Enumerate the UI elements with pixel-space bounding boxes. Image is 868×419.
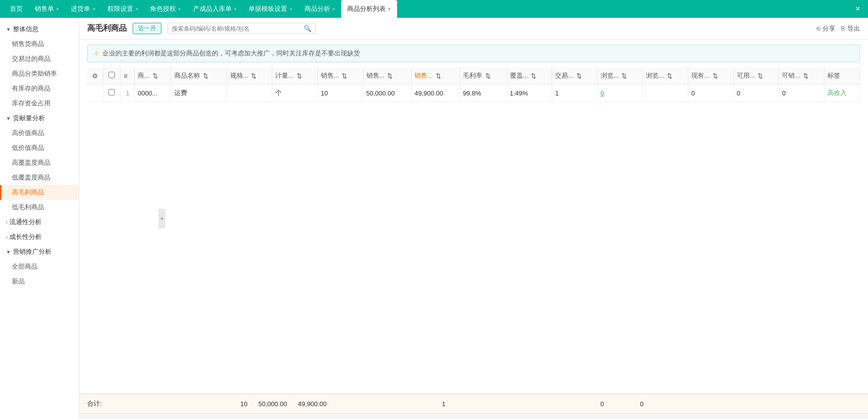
col-unit-sort[interactable]: ⇅	[297, 72, 302, 80]
col-browse1[interactable]: 浏览... ⇅	[597, 67, 643, 85]
sidebar-item-high-margin[interactable]: 高毛利商品	[0, 185, 79, 200]
sidebar: ▼ 整体信息 销售货商品 交易过的商品 商品分类助销率 有库存的商品 库存资金占…	[0, 18, 79, 419]
sidebar-group-marketing[interactable]: ▼ 营销推广分析	[0, 244, 79, 259]
col-name-sort[interactable]: ⇅	[203, 72, 208, 80]
nav-sales-order-close[interactable]: ×	[56, 6, 59, 12]
sidebar-item-high-value[interactable]: 高价值商品	[0, 126, 79, 140]
sidebar-item-low-value[interactable]: 低价值商品	[0, 140, 79, 155]
cell-sales-cost: 49,900.00	[411, 85, 460, 102]
footer-sales-amt: 50,000.00	[251, 400, 290, 408]
col-sales-amt-sort[interactable]: ⇅	[387, 72, 393, 80]
window-close-button[interactable]: ×	[852, 4, 864, 13]
nav-permissions-close[interactable]: ×	[135, 6, 138, 12]
footer-sales-cost: 49,900.00	[290, 400, 330, 408]
col-spec[interactable]: 规格... ⇅	[227, 67, 272, 85]
col-available-sort[interactable]: ⇅	[758, 72, 763, 80]
col-browse2[interactable]: 浏览... ⇅	[643, 67, 688, 85]
col-sales-cost-sort[interactable]: ⇅	[436, 72, 441, 80]
sidebar-item-sales-goods[interactable]: 销售货商品	[0, 37, 79, 51]
sidebar-item-in-stock[interactable]: 有库存的商品	[0, 81, 79, 96]
sidebar-item-low-coverage[interactable]: 低覆盖度商品	[0, 170, 79, 185]
sidebar-item-all-goods[interactable]: 全部商品	[0, 259, 79, 274]
col-sellable-sort[interactable]: ⇅	[803, 72, 809, 80]
footer-sellable: 0	[607, 400, 647, 408]
table-container: ⚙ # 商... ⇅ 商品名称 ⇅	[79, 67, 868, 393]
sidebar-item-traded-goods[interactable]: 交易过的商品	[0, 51, 79, 66]
col-gross-rate[interactable]: 毛利率 ⇅	[460, 67, 507, 85]
col-cover-sort[interactable]: ⇅	[531, 72, 536, 80]
search-icon[interactable]: 🔍	[304, 25, 311, 32]
sidebar-group-liquidity[interactable]: › 流通性分析	[0, 215, 79, 230]
row-checkbox[interactable]	[108, 89, 115, 95]
col-code-sort[interactable]: ⇅	[153, 72, 158, 80]
select-all-checkbox[interactable]	[108, 72, 115, 78]
col-current-stock-sort[interactable]: ⇅	[713, 72, 718, 80]
col-cover[interactable]: 覆盖... ⇅	[507, 67, 552, 85]
col-code[interactable]: 商... ⇅	[135, 67, 171, 85]
col-name[interactable]: 商品名称 ⇅	[171, 67, 227, 85]
cell-browse1[interactable]: 0	[597, 85, 643, 102]
info-banner: ✧ 企业的主要的利润都是这部分商品创造的，可考虑加大推广，同时关注库存是不要出现…	[87, 45, 860, 62]
col-available[interactable]: 可用... ⇅	[733, 67, 779, 85]
col-gross-rate-sort[interactable]: ⇅	[485, 72, 491, 80]
search-input[interactable]	[172, 25, 304, 32]
nav-roles[interactable]: 角色授权 ×	[144, 0, 187, 18]
cell-checkbox[interactable]	[103, 85, 121, 102]
col-browse2-sort[interactable]: ⇅	[667, 72, 672, 80]
export-icon: ⎘	[841, 25, 845, 32]
sidebar-collapse-button[interactable]: «	[158, 209, 165, 229]
horizontal-scrollbar[interactable]	[79, 413, 868, 419]
col-unit[interactable]: 计量... ⇅	[272, 67, 318, 85]
sidebar-group-contribution-arrow: ▼	[6, 116, 11, 121]
sidebar-group-contribution[interactable]: ▼ 贡献量分析	[0, 111, 79, 126]
col-settings[interactable]: ⚙	[87, 67, 103, 85]
cell-name: 运费	[171, 85, 227, 102]
sidebar-group-marketing-arrow: ▼	[6, 249, 11, 255]
nav-purchase-order-close[interactable]: ×	[92, 6, 95, 12]
table-header-row: ⚙ # 商... ⇅ 商品名称 ⇅	[87, 67, 860, 85]
nav-template-settings[interactable]: 单据模板设置 ×	[243, 0, 298, 18]
nav-product-analysis-list[interactable]: 商品分析列表 ×	[341, 0, 397, 18]
col-trade-sort[interactable]: ⇅	[576, 72, 582, 80]
nav-sales-order[interactable]: 销售单 ×	[29, 0, 65, 18]
share-button[interactable]: ⎋ 分享	[817, 24, 835, 33]
col-sales-amt[interactable]: 销售... ⇅	[363, 67, 411, 85]
sidebar-group-overall[interactable]: ▼ 整体信息	[0, 22, 79, 37]
col-sales-qty[interactable]: 销售... ⇅	[317, 67, 363, 85]
nav-purchase-order[interactable]: 进货单 ×	[65, 0, 101, 18]
main-layout: ▼ 整体信息 销售货商品 交易过的商品 商品分类助销率 有库存的商品 库存资金占…	[0, 18, 868, 419]
col-sales-cost[interactable]: 销售... ⇅	[411, 67, 460, 85]
col-current-stock[interactable]: 现有... ⇅	[688, 67, 734, 85]
nav-product-inbound-close[interactable]: ×	[234, 6, 237, 12]
share-icon: ⎋	[817, 25, 820, 32]
sidebar-item-new-goods[interactable]: 新品	[0, 274, 79, 289]
sidebar-item-category-rate[interactable]: 商品分类助销率	[0, 66, 79, 81]
date-filter-button[interactable]: 近一月	[133, 23, 161, 34]
col-spec-sort[interactable]: ⇅	[251, 72, 256, 80]
nav-permissions[interactable]: 权限设置 ×	[102, 0, 144, 18]
sidebar-group-growth[interactable]: › 成长性分析	[0, 230, 79, 244]
export-button[interactable]: ⎘ 导出	[841, 24, 860, 33]
col-browse1-sort[interactable]: ⇅	[621, 72, 627, 80]
cell-num: 1	[121, 85, 135, 102]
sidebar-item-stock-capital[interactable]: 库存资金占用	[0, 96, 79, 111]
col-trade[interactable]: 交易... ⇅	[552, 67, 598, 85]
nav-home[interactable]: 首页	[4, 0, 29, 18]
nav-product-analysis-list-close[interactable]: ×	[388, 6, 391, 12]
cell-browse2	[643, 85, 688, 102]
col-checkbox	[103, 67, 121, 85]
footer-trade: 1	[409, 400, 449, 408]
cell-sales-amt: 50,000.00	[363, 85, 411, 102]
content-area: « 高毛利商品 近一月 🔍 ⎋ 分享 ⎘ 导出 ✧ 企	[79, 18, 868, 419]
nav-product-inbound[interactable]: 产成品入库单 ×	[187, 0, 243, 18]
nav-product-analysis[interactable]: 商品分析 ×	[299, 0, 341, 18]
col-sellable[interactable]: 可销... ⇅	[779, 67, 824, 85]
search-box: 🔍	[167, 23, 316, 34]
col-sales-qty-sort[interactable]: ⇅	[342, 72, 347, 80]
nav-roles-close[interactable]: ×	[178, 6, 181, 12]
nav-product-analysis-close[interactable]: ×	[332, 6, 335, 12]
cell-gross-rate: 99.8%	[460, 85, 507, 102]
nav-template-settings-close[interactable]: ×	[289, 6, 292, 12]
sidebar-item-high-coverage[interactable]: 高覆盖度商品	[0, 155, 79, 170]
sidebar-item-low-margin[interactable]: 低毛利商品	[0, 200, 79, 215]
